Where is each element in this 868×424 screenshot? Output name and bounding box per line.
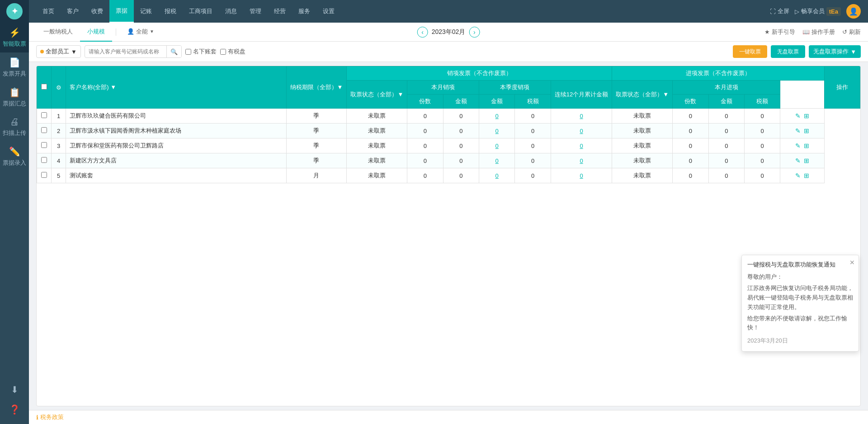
chevron-down-icon: ▼ bbox=[150, 29, 154, 34]
refresh-button[interactable]: ↺ 刷新 bbox=[842, 28, 861, 36]
notification-greeting: 尊敬的用户： bbox=[747, 272, 853, 282]
period-next-button[interactable]: › bbox=[469, 27, 480, 38]
sidebar-item-help[interactable]: ❓ bbox=[0, 400, 29, 419]
search-input[interactable] bbox=[85, 48, 166, 55]
settings-header[interactable]: ⚙ bbox=[52, 67, 66, 109]
row-checkbox-cell[interactable] bbox=[37, 153, 52, 168]
view-icon[interactable]: ⊞ bbox=[804, 142, 809, 149]
table-row: 3 卫辉市保和堂医药有限公司卫辉路店 季 未取票 0 0 0 0 0 未取票 0… bbox=[37, 138, 860, 153]
row-checkbox[interactable] bbox=[41, 142, 47, 148]
row-checkbox-cell[interactable] bbox=[37, 168, 52, 183]
sidebar-item-label: 智能取票 bbox=[3, 40, 26, 48]
subtabs-bar: 一般纳税人 小规模 👤 全能 ▼ ‹ 2023年02月 › ★ 新手引导 bbox=[29, 23, 868, 42]
nav-bookkeeping[interactable]: 记账 bbox=[134, 0, 158, 23]
sidebar-logo: ✦ bbox=[0, 0, 29, 23]
row-purchase-monthly-amount: 0 bbox=[708, 153, 744, 168]
select-all-checkbox[interactable] bbox=[41, 84, 47, 90]
row-checkbox[interactable] bbox=[41, 157, 47, 163]
employee-filter[interactable]: 全部员工 ▼ bbox=[36, 45, 81, 58]
fullscreen-button[interactable]: ⛶ 全屏 bbox=[770, 7, 789, 15]
row-actions: ✎ ⊞ bbox=[780, 138, 824, 153]
row-sales-monthly-count: 0 bbox=[407, 124, 443, 138]
row-customer-name: 卫辉市玖玖健合医药有限公司 bbox=[66, 109, 287, 124]
notification-title: 一键报税与无盘取票功能恢复通知 bbox=[747, 261, 853, 269]
edit-icon[interactable]: ✎ bbox=[795, 127, 801, 134]
nav-home[interactable]: 首页 bbox=[36, 0, 61, 23]
purchase-status-header[interactable]: 取票状态（全部）▼ bbox=[612, 81, 673, 109]
nav-invoice[interactable]: 票据 bbox=[109, 0, 134, 23]
tab-small[interactable]: 小规模 bbox=[80, 23, 112, 42]
sidebar-item-download[interactable]: ⬇ bbox=[0, 380, 29, 400]
manual-button[interactable]: 📖 操作手册 bbox=[802, 28, 835, 36]
view-icon[interactable]: ⊞ bbox=[804, 112, 809, 119]
edit-icon[interactable]: ✎ bbox=[795, 142, 801, 149]
sales-status-header[interactable]: 取票状态（全部）▼ bbox=[347, 81, 407, 109]
row-purchase-status: 未取票 bbox=[612, 168, 673, 183]
nav-billing[interactable]: 收费 bbox=[85, 0, 109, 23]
no-disk-fetch-button[interactable]: 无盘取票 bbox=[771, 45, 805, 58]
row-purchase-monthly-count: 0 bbox=[673, 138, 708, 153]
my-accounts-checkbox[interactable] bbox=[185, 49, 191, 55]
row-checkbox-cell[interactable] bbox=[37, 124, 52, 138]
nav-settings[interactable]: 设置 bbox=[316, 0, 341, 23]
logo-icon: ✦ bbox=[6, 3, 23, 19]
edit-icon[interactable]: ✎ bbox=[795, 157, 801, 164]
edit-icon[interactable]: ✎ bbox=[795, 172, 801, 179]
sidebar-item-invoice-summary[interactable]: 📋 票据汇总 bbox=[0, 82, 29, 112]
row-checkbox-cell[interactable] bbox=[37, 138, 52, 153]
row-sales-12month: 0 bbox=[551, 168, 612, 183]
nav-operation[interactable]: 经营 bbox=[268, 0, 292, 23]
customer-name-header[interactable]: 客户名称(全部) ▼ bbox=[66, 67, 287, 109]
tax-policy-link[interactable]: ℹ 税务政策 bbox=[36, 413, 64, 421]
nav-service[interactable]: 服务 bbox=[292, 0, 316, 23]
row-checkbox[interactable] bbox=[41, 172, 47, 178]
sidebar-item-data-entry[interactable]: ✏️ 票据录入 bbox=[0, 142, 29, 172]
tax-period-header[interactable]: 纳税期限（全部）▼ bbox=[286, 67, 347, 109]
row-sales-status: 未取票 bbox=[347, 124, 407, 138]
dropdown-arrow-icon: ▼ bbox=[850, 48, 856, 55]
sales-quarterly-tax-header: 税额 bbox=[515, 95, 551, 109]
search-button[interactable]: 🔍 bbox=[166, 46, 181, 57]
user-avatar[interactable]: 👤 bbox=[846, 4, 861, 19]
row-checkbox-cell[interactable] bbox=[37, 109, 52, 124]
table-row: 4 新建区方方文具店 季 未取票 0 0 0 0 0 未取票 0 0 0 ✎ ⊞ bbox=[37, 153, 860, 168]
row-purchase-monthly-count: 0 bbox=[673, 109, 708, 124]
my-accounts-checkbox-label[interactable]: 名下账套 bbox=[185, 48, 217, 56]
view-icon[interactable]: ⊞ bbox=[804, 172, 809, 179]
row-number-cell: 2 bbox=[52, 124, 66, 138]
view-icon[interactable]: ⊞ bbox=[804, 157, 809, 164]
sidebar: ✦ ⚡ 智能取票 📄 发票开具 📋 票据汇总 🖨 扫描上传 ✏️ 票据录入 ⬇ … bbox=[0, 0, 29, 424]
nav-customer[interactable]: 客户 bbox=[61, 0, 85, 23]
has-taxpad-checkbox[interactable] bbox=[220, 49, 226, 55]
row-checkbox[interactable] bbox=[41, 112, 47, 118]
nav-industry[interactable]: 工商项目 bbox=[183, 0, 219, 23]
row-period: 季 bbox=[286, 109, 347, 124]
tab-general[interactable]: 一般纳税人 bbox=[36, 23, 80, 42]
one-key-fetch-button[interactable]: 一键取票 bbox=[733, 45, 767, 58]
view-icon[interactable]: ⊞ bbox=[804, 127, 809, 134]
edit-icon[interactable]: ✎ bbox=[795, 112, 801, 119]
tab-all[interactable]: 👤 全能 ▼ bbox=[120, 23, 161, 42]
sidebar-item-issue-invoice[interactable]: 📄 发票开具 bbox=[0, 52, 29, 82]
has-taxpad-checkbox-label[interactable]: 有税盘 bbox=[220, 48, 245, 56]
no-disk-ops-dropdown[interactable]: 无盘取票操作 ▼ bbox=[809, 45, 861, 58]
row-checkbox[interactable] bbox=[41, 127, 47, 133]
notification-close-button[interactable]: ✕ bbox=[849, 259, 855, 266]
row-sales-quarterly-tax: 0 bbox=[515, 109, 551, 124]
new-guide-button[interactable]: ★ 新手引导 bbox=[764, 28, 795, 36]
sidebar-item-scan-upload[interactable]: 🖨 扫描上传 bbox=[0, 112, 29, 142]
row-sales-quarterly-amount: 0 bbox=[479, 124, 515, 138]
sales-quarterly-amount-header: 金额 bbox=[479, 95, 515, 109]
period-prev-button[interactable]: ‹ bbox=[417, 27, 428, 38]
row-period: 季 bbox=[286, 153, 347, 168]
nav-tax[interactable]: 报税 bbox=[158, 0, 183, 23]
row-sales-quarterly-amount: 0 bbox=[479, 168, 515, 183]
select-all-header[interactable] bbox=[37, 67, 52, 109]
search-box: 🔍 bbox=[85, 45, 182, 58]
invoice-table: ⚙ 客户名称(全部) ▼ 纳税期限（全部）▼ 销项发票（不含作废票） 进项发票（… bbox=[37, 66, 860, 183]
member-button[interactable]: ▷ 畅享会员 tEa bbox=[795, 7, 841, 16]
sales-quarterly-header: 本季度销项 bbox=[479, 81, 551, 95]
nav-message[interactable]: 消息 bbox=[219, 0, 243, 23]
sidebar-item-smart-fetch[interactable]: ⚡ 智能取票 bbox=[0, 23, 29, 52]
nav-management[interactable]: 管理 bbox=[243, 0, 268, 23]
